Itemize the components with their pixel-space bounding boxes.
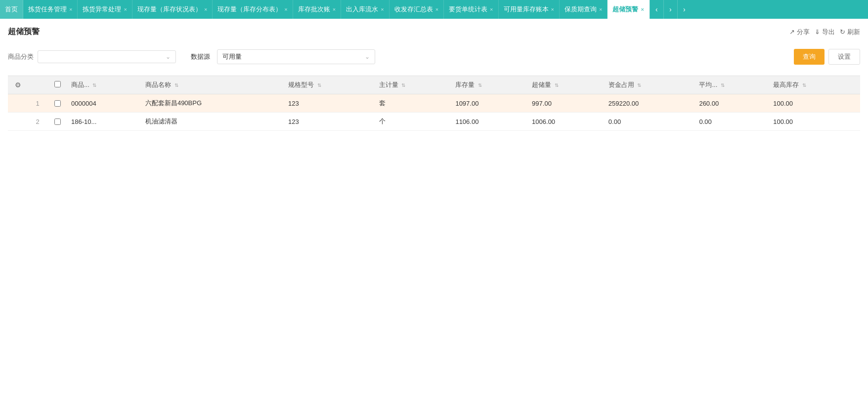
datasource-label: 数据源: [191, 52, 210, 61]
gear-icon[interactable]: ⚙: [15, 81, 21, 89]
filter-category: 商品分类 ⌄: [8, 50, 176, 63]
sort-icon: ⇅: [317, 82, 321, 88]
table-header-row: ⚙ 商品... ⇅ 商品名称 ⇅ 规格型号 ⇅: [8, 76, 860, 94]
close-icon[interactable]: ×: [333, 6, 336, 12]
nav-tab-stock-dist[interactable]: 现存量（库存分布表） ×: [213, 0, 293, 19]
nav-arrow-more[interactable]: ›: [677, 0, 691, 19]
chevron-down-icon: ⌄: [166, 53, 171, 60]
row-unit: 套: [375, 94, 452, 113]
sort-icon: ⇅: [555, 82, 559, 88]
close-icon[interactable]: ×: [551, 6, 554, 12]
row-unit: 个: [375, 113, 452, 131]
header-actions: ↗ 分享 ⇓ 导出 ↻ 刷新: [789, 28, 860, 37]
sort-icon: ⇅: [401, 82, 405, 88]
close-icon[interactable]: ×: [490, 6, 493, 12]
nav-tab-overstock-warning[interactable]: 超储预警 ×: [608, 0, 649, 19]
export-icon: ⇓: [815, 28, 820, 36]
nav-tab-collect-summary[interactable]: 收发存汇总表 ×: [390, 0, 444, 19]
page-header: 超储预警 ↗ 分享 ⇓ 导出 ↻ 刷新: [8, 27, 860, 37]
datasource-value: 可用量: [222, 52, 242, 61]
col-header-overstock-qty[interactable]: 超储量 ⇅: [528, 76, 605, 94]
nav-tab-abnormal[interactable]: 拣货异常处理 ×: [78, 0, 132, 19]
select-all-checkbox[interactable]: [54, 81, 61, 87]
row-checkbox-cell: [47, 94, 67, 113]
nav-tab-batch[interactable]: 库存批次账 ×: [293, 0, 341, 19]
row-spec: 123: [284, 94, 375, 113]
filter-buttons: 查询 设置: [794, 49, 860, 65]
category-select[interactable]: ⌄: [38, 50, 176, 63]
row-overstock-qty: 997.00: [528, 94, 605, 113]
col-header-spec[interactable]: 规格型号 ⇅: [284, 76, 375, 94]
col-header-index: [28, 76, 47, 94]
row-product-code: 0000004: [67, 94, 141, 113]
row-index: 2: [28, 113, 47, 131]
col-header-product-code[interactable]: 商品... ⇅: [67, 76, 141, 94]
col-header-max-stock[interactable]: 最高库存 ⇅: [769, 76, 860, 94]
nav-tab-shelf-life[interactable]: 保质期查询 ×: [560, 0, 608, 19]
top-navigation: 首页 拣货任务管理 × 拣货异常处理 × 现存量（库存状况表） × 现存量（库存…: [0, 0, 868, 19]
sort-icon: ⇅: [802, 82, 806, 88]
sort-icon: ⇅: [478, 82, 482, 88]
table-row: 2 186-10... 机油滤清器 123 个 1106.00 1006.00 …: [8, 113, 860, 131]
row-checkbox[interactable]: [54, 100, 61, 107]
share-button[interactable]: ↗ 分享: [789, 28, 810, 37]
close-icon[interactable]: ×: [381, 6, 384, 12]
row-overstock-qty: 1006.00: [528, 113, 605, 131]
row-max-stock: 100.00: [769, 113, 860, 131]
row-spec: 123: [284, 113, 375, 131]
col-header-settings: ⚙: [8, 76, 28, 94]
row-avg: 260.00: [695, 94, 769, 113]
sort-icon: ⇅: [174, 82, 178, 88]
row-capital: 0.00: [605, 113, 695, 131]
col-header-product-name[interactable]: 商品名称 ⇅: [141, 76, 284, 94]
filter-area: 商品分类 ⌄ 数据源 可用量 ⌄ 查询 设置: [8, 44, 860, 70]
chevron-down-icon: ⌄: [365, 53, 370, 60]
close-icon[interactable]: ×: [599, 6, 602, 12]
nav-tab-stock-status[interactable]: 现存量（库存状况表） ×: [132, 0, 213, 19]
sort-icon: ⇅: [721, 82, 725, 88]
col-header-unit[interactable]: 主计量 ⇅: [375, 76, 452, 94]
page-container: 超储预警 ↗ 分享 ⇓ 导出 ↻ 刷新 商品分类 ⌄ 数据源: [0, 19, 868, 395]
nav-tab-available-stock[interactable]: 可用量库存账本 ×: [499, 0, 560, 19]
row-stock-qty: 1106.00: [451, 113, 528, 131]
export-button[interactable]: ⇓ 导出: [815, 28, 835, 37]
datasource-select[interactable]: 可用量 ⌄: [217, 49, 375, 64]
col-header-capital[interactable]: 资金占用 ⇅: [605, 76, 695, 94]
page-title: 超储预警: [8, 27, 40, 37]
row-product-name: 六配套新昌490BPG: [141, 94, 284, 113]
row-settings-cell: [8, 94, 28, 113]
refresh-button[interactable]: ↻ 刷新: [840, 28, 860, 37]
row-settings-cell: [8, 113, 28, 131]
sort-icon: ⇅: [637, 82, 641, 88]
close-icon[interactable]: ×: [124, 6, 127, 12]
row-avg: 0.00: [695, 113, 769, 131]
refresh-icon: ↻: [840, 28, 845, 36]
row-product-name: 机油滤清器: [141, 113, 284, 131]
row-index: 1: [28, 94, 47, 113]
filter-datasource: 数据源 可用量 ⌄: [191, 49, 375, 64]
col-header-checkbox: [47, 76, 67, 94]
nav-tab-order-stats[interactable]: 要货单统计表 ×: [444, 0, 498, 19]
settings-button[interactable]: 设置: [828, 49, 860, 65]
row-checkbox-cell: [47, 113, 67, 131]
sort-icon: ⇅: [92, 82, 96, 88]
close-icon[interactable]: ×: [641, 6, 644, 12]
category-label: 商品分类: [8, 52, 34, 61]
nav-tab-inout-flow[interactable]: 出入库流水 ×: [341, 0, 389, 19]
query-button[interactable]: 查询: [794, 49, 825, 65]
close-icon[interactable]: ×: [69, 6, 72, 12]
row-max-stock: 100.00: [769, 94, 860, 113]
nav-arrow-right[interactable]: ›: [663, 0, 677, 19]
row-capital: 259220.00: [605, 94, 695, 113]
row-checkbox[interactable]: [54, 118, 61, 125]
col-header-stock-qty[interactable]: 库存量 ⇅: [451, 76, 528, 94]
close-icon[interactable]: ×: [435, 6, 438, 12]
nav-tab-home[interactable]: 首页: [0, 0, 23, 19]
nav-arrow-left[interactable]: ‹: [650, 0, 663, 19]
share-icon: ↗: [789, 28, 795, 36]
col-header-avg[interactable]: 平均... ⇅: [695, 76, 769, 94]
close-icon[interactable]: ×: [284, 6, 287, 12]
nav-tab-task-mgmt[interactable]: 拣货任务管理 ×: [23, 0, 78, 19]
table-row: 1 0000004 六配套新昌490BPG 123 套 1097.00 997.…: [8, 94, 860, 113]
close-icon[interactable]: ×: [204, 6, 207, 12]
